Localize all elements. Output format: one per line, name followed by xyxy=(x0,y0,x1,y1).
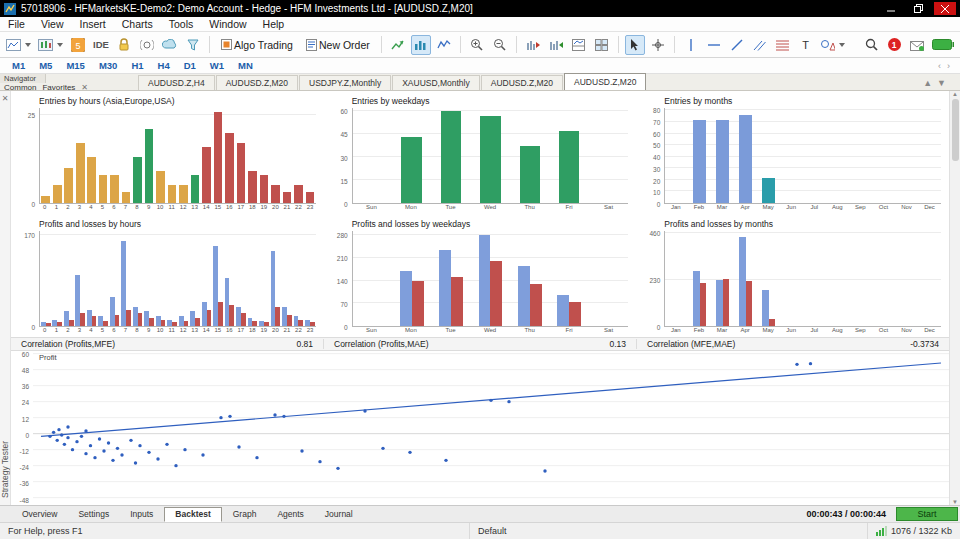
new-chart-icon[interactable] xyxy=(4,35,33,55)
correlation-mfe-value: 0.81 xyxy=(296,339,313,349)
mql5-icon[interactable]: 5 xyxy=(68,35,88,55)
bar xyxy=(126,310,131,326)
tf-m5[interactable]: M5 xyxy=(33,60,58,71)
tab-scroll-up-icon[interactable]: ▲ xyxy=(923,78,932,88)
status-profile[interactable]: Default xyxy=(470,523,868,539)
tester-tab-journal[interactable]: Journal xyxy=(315,507,363,522)
tester-tab-settings[interactable]: Settings xyxy=(68,507,119,522)
chart-entries-by-hours: Entries by hours (Asia,Europe,USA)250012… xyxy=(11,91,324,214)
menu-view[interactable]: View xyxy=(33,18,72,30)
y-axis: 1700 xyxy=(15,231,39,327)
connection-status-icon[interactable] xyxy=(930,35,956,55)
scrollbar-thumb[interactable] xyxy=(952,99,959,161)
tile-windows-icon[interactable] xyxy=(592,35,612,55)
bar-chart-mode-icon[interactable] xyxy=(411,35,431,55)
close-panel-icon[interactable]: ✕ xyxy=(2,94,9,103)
new-order-label: New Order xyxy=(319,39,370,51)
tester-tab-overview[interactable]: Overview xyxy=(12,507,67,522)
tf-mn[interactable]: MN xyxy=(232,60,259,71)
scroll-down-icon[interactable]: ▼ xyxy=(952,499,958,505)
chevron-right-icon[interactable]: › xyxy=(947,61,950,71)
bar xyxy=(557,295,569,326)
bar xyxy=(451,277,463,326)
chart-title: Profits and losses by hours xyxy=(39,219,316,229)
status-bar: For Help, press F1 Default 1076 / 1322 K… xyxy=(0,522,960,539)
tf-m15[interactable]: M15 xyxy=(60,60,90,71)
tf-h1[interactable]: H1 xyxy=(125,60,149,71)
chart-tab-1[interactable]: AUDUSD.Z,H4 xyxy=(138,75,215,90)
ide-button[interactable]: IDE xyxy=(91,35,111,55)
menu-file[interactable]: File xyxy=(0,18,33,30)
tester-tab-agents[interactable]: Agents xyxy=(267,507,313,522)
funnel-icon[interactable] xyxy=(183,35,203,55)
chart-style-icon[interactable] xyxy=(36,35,65,55)
text-icon[interactable]: T xyxy=(796,35,816,55)
zoom-out-icon[interactable] xyxy=(490,35,510,55)
vertical-line-icon[interactable] xyxy=(681,35,701,55)
close-button[interactable] xyxy=(934,2,956,15)
tf-d1[interactable]: D1 xyxy=(178,60,202,71)
shift-end-icon[interactable] xyxy=(523,35,543,55)
x-axis: 01234567891011121314151617181920212223 xyxy=(39,204,316,213)
tf-m1[interactable]: M1 xyxy=(6,60,31,71)
menu-window[interactable]: Window xyxy=(201,18,254,30)
menu-tools[interactable]: Tools xyxy=(161,18,202,30)
notifications-icon[interactable]: 1 xyxy=(884,35,904,55)
close-navigator-icon[interactable]: ✕ xyxy=(81,83,88,92)
cloud-sync-icon[interactable] xyxy=(160,35,180,55)
tester-report-area: ✕ Strategy Tester Entries by hours (Asia… xyxy=(0,91,960,505)
channel-icon[interactable] xyxy=(750,35,770,55)
crosshair-icon[interactable] xyxy=(648,35,668,55)
fibonacci-icon[interactable] xyxy=(773,35,793,55)
tf-m30[interactable]: M30 xyxy=(93,60,123,71)
chart-tab-2[interactable]: AUDUSD.Z,M20 xyxy=(216,75,298,90)
chart-tab-5[interactable]: AUDUSD.Z,M20 xyxy=(481,75,563,90)
tester-tab-inputs[interactable]: Inputs xyxy=(120,507,163,522)
scroll-up-icon[interactable]: ▲ xyxy=(952,91,958,97)
tick-arrow-icon[interactable] xyxy=(388,35,408,55)
chart-tab-6-active[interactable]: AUDUSD.Z,M20 xyxy=(564,73,646,90)
tab-scroll-down-icon[interactable]: ▼ xyxy=(937,78,946,88)
scatter-plot-area: Profit xyxy=(33,351,949,505)
lock-icon[interactable] xyxy=(114,35,134,55)
market-depth-icon[interactable] xyxy=(137,35,157,55)
tester-tab-graph[interactable]: Graph xyxy=(223,507,267,522)
start-button[interactable]: Start xyxy=(896,507,958,521)
tester-tab-backtest[interactable]: Backtest xyxy=(164,507,221,522)
zoom-in-icon[interactable] xyxy=(467,35,487,55)
chart-tab-4[interactable]: XAUUSD,Monthly xyxy=(392,75,480,90)
x-axis: 01234567891011121314151617181920212223 xyxy=(39,327,316,336)
navigator-tab-favorites[interactable]: Favorites xyxy=(42,83,75,92)
trendline-icon[interactable] xyxy=(727,35,747,55)
search-icon[interactable] xyxy=(861,35,881,55)
inbox-icon[interactable] xyxy=(907,35,927,55)
minimize-button[interactable] xyxy=(880,2,902,15)
algo-trading-button[interactable]: Algo Trading xyxy=(216,35,298,55)
menu-charts[interactable]: Charts xyxy=(114,18,161,30)
bar xyxy=(76,143,85,203)
cursor-icon[interactable] xyxy=(625,35,645,55)
chart-entries-by-weekdays: Entries by weekdays604530150SunMonTueWed… xyxy=(324,91,637,214)
indicator-window-icon[interactable] xyxy=(569,35,589,55)
bar xyxy=(191,175,200,203)
vertical-scrollbar[interactable]: ▲ ▼ xyxy=(949,91,960,505)
auto-scroll-icon[interactable] xyxy=(546,35,566,55)
bar xyxy=(479,235,491,326)
horizontal-line-icon[interactable] xyxy=(704,35,724,55)
line-chart-mode-icon[interactable] xyxy=(434,35,454,55)
menu-help[interactable]: Help xyxy=(255,18,293,30)
new-order-button[interactable]: New Order xyxy=(301,35,375,55)
strategy-tester-vertical-label: Strategy Tester xyxy=(0,441,10,498)
chevron-left-icon[interactable]: ‹ xyxy=(938,61,941,71)
ide-label: IDE xyxy=(93,39,109,50)
bar xyxy=(138,313,143,326)
correlation-mfe-label: Correlation (Profits,MFE) xyxy=(21,339,115,349)
navigator-tab-common[interactable]: Common xyxy=(4,83,36,92)
shapes-icon[interactable] xyxy=(819,35,847,55)
chart-tab-3[interactable]: USDJPY.Z,Monthly xyxy=(299,75,391,90)
restore-button[interactable] xyxy=(907,2,929,15)
menu-insert[interactable]: Insert xyxy=(72,18,114,30)
tf-w1[interactable]: W1 xyxy=(204,60,230,71)
navigator-caption[interactable]: Navigator xyxy=(0,74,46,83)
tf-h4[interactable]: H4 xyxy=(152,60,176,71)
